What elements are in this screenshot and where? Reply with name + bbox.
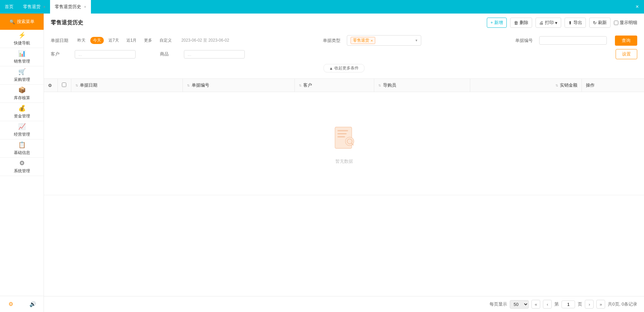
- date-option-yesterday[interactable]: 昨天: [75, 37, 88, 44]
- th-amount-label: 实销金额: [560, 83, 577, 88]
- page-title: 零售退货历史: [51, 19, 83, 26]
- tab-retail-return-history[interactable]: 零售退货历史 ×: [50, 0, 91, 14]
- operation-mgmt-icon: 📈: [18, 123, 26, 130]
- th-amount[interactable]: ⇅ 实销金额: [470, 79, 582, 92]
- date-option-1month[interactable]: 近1月: [124, 37, 140, 44]
- sidebar-bottom: ⚙ 🔊: [0, 296, 44, 312]
- collapse-button[interactable]: ▲ 收起更多条件: [324, 64, 365, 72]
- th-date-label: 单据日期: [80, 83, 97, 88]
- sidebar-search[interactable]: 🔍 搜索菜单: [0, 14, 44, 30]
- sidebar-item-fund-mgmt-label: 资金管理: [14, 113, 30, 119]
- th-no[interactable]: ⇅ 单据编号: [183, 79, 295, 92]
- tab-retail-return-history-close[interactable]: ×: [84, 5, 86, 9]
- refresh-button[interactable]: ↻ 刷新: [589, 18, 611, 28]
- sidebar: 🔍 搜索菜单 ⚡ 快捷导航 📊 销售管理 🛒 采购管理 📦 库存核算 💰 资金管…: [0, 14, 44, 312]
- sidebar-item-system-mgmt[interactable]: ⚙ 系统管理: [0, 158, 44, 176]
- page-number-input[interactable]: [562, 300, 575, 308]
- voucher-no-label: 单据编号: [515, 38, 534, 44]
- settings-icon: ⚙: [48, 83, 52, 88]
- basic-info-icon: 📋: [18, 141, 26, 149]
- date-option-7days[interactable]: 近7天: [106, 37, 122, 44]
- refresh-button-label: 刷新: [598, 20, 607, 26]
- date-options: 昨天 今天 近7天 近1月 更多 自定义: [75, 37, 174, 44]
- new-button-label: + 新增: [491, 20, 503, 26]
- voucher-type-select[interactable]: 零售退货 × ▾: [347, 35, 421, 46]
- settings-button[interactable]: 设置: [616, 49, 637, 59]
- next-page-button[interactable]: ›: [585, 300, 594, 309]
- date-option-custom[interactable]: 自定义: [157, 37, 174, 44]
- tab-home[interactable]: 首页: [0, 0, 18, 14]
- th-date[interactable]: ⇅ 单据日期: [71, 79, 183, 92]
- print-button[interactable]: 🖨 打印 ▾: [535, 18, 561, 28]
- goods-dots: ...: [188, 52, 191, 57]
- export-button[interactable]: ⬆ 导出: [565, 18, 586, 28]
- show-detail-checkbox[interactable]: 显示明细: [614, 20, 637, 26]
- empty-state: 暂无数据: [48, 95, 640, 192]
- page-label-after: 页: [578, 301, 582, 307]
- goods-select[interactable]: ...: [184, 50, 245, 59]
- query-button-label: 查询: [622, 38, 630, 43]
- th-no-label: 单据编号: [192, 83, 209, 88]
- export-button-label: 导出: [573, 20, 582, 26]
- delete-icon: 🗑: [514, 20, 518, 25]
- date-option-today[interactable]: 今天: [90, 37, 104, 44]
- page-header: 零售退货历史 + 新增 🗑 删除 🖨 打印 ▾ ⬆: [44, 14, 644, 79]
- th-guide[interactable]: ⇅ 导购员: [374, 79, 470, 92]
- sidebar-item-inventory-calc[interactable]: 📦 库存核算: [0, 85, 44, 103]
- fund-mgmt-icon: 💰: [18, 105, 26, 112]
- sidebar-item-basic-info-label: 基础信息: [14, 150, 30, 156]
- select-all-checkbox[interactable]: [62, 83, 66, 87]
- sidebar-item-operation-mgmt[interactable]: 📈 经营管理: [0, 121, 44, 139]
- date-option-more[interactable]: 更多: [141, 37, 155, 44]
- per-page-select[interactable]: 10 20 50 100: [510, 300, 529, 309]
- sidebar-item-purchase-mgmt[interactable]: 🛒 采购管理: [0, 66, 44, 85]
- system-mgmt-icon: ⚙: [19, 159, 25, 167]
- sidebar-item-system-mgmt-label: 系统管理: [14, 168, 30, 174]
- sidebar-item-fund-mgmt[interactable]: 💰 资金管理: [0, 103, 44, 121]
- empty-text: 暂无数据: [335, 158, 353, 164]
- th-checkbox[interactable]: [57, 79, 71, 92]
- main-layout: 🔍 搜索菜单 ⚡ 快捷导航 📊 销售管理 🛒 采购管理 📦 库存核算 💰 资金管…: [0, 14, 644, 312]
- sidebar-item-purchase-mgmt-label: 采购管理: [14, 77, 30, 83]
- delete-button[interactable]: 🗑 删除: [510, 18, 532, 28]
- prev-page-button[interactable]: ‹: [543, 300, 552, 309]
- empty-state-icon: [329, 122, 359, 153]
- first-page-icon: «: [535, 302, 537, 307]
- tab-retail-return[interactable]: 零售退货 ×: [18, 0, 50, 14]
- export-icon: ⬆: [568, 20, 572, 25]
- prev-page-icon: ‹: [547, 302, 548, 307]
- date-filter-label: 单据日期: [51, 38, 69, 44]
- sidebar-item-quick-nav-label: 快捷导航: [14, 40, 30, 46]
- page-label-before: 第: [554, 301, 559, 307]
- voucher-type-arrow-icon: ▾: [415, 38, 418, 43]
- page-title-row: 零售退货历史 + 新增 🗑 删除 🖨 打印 ▾ ⬆: [51, 18, 637, 28]
- th-customer[interactable]: ⇅ 客户: [294, 79, 374, 92]
- table-header-row: ⚙ ⇅ 单据日期 ⇅ 单据编号: [44, 79, 644, 92]
- inventory-calc-icon: 📦: [18, 86, 26, 94]
- toolbar: + 新增 🗑 删除 🖨 打印 ▾ ⬆ 导出: [487, 18, 637, 28]
- new-button[interactable]: + 新增: [487, 18, 507, 28]
- last-page-button[interactable]: »: [596, 300, 605, 309]
- voucher-no-input[interactable]: [539, 36, 607, 45]
- th-settings[interactable]: ⚙: [44, 79, 57, 92]
- window-close-button[interactable]: ×: [630, 0, 644, 14]
- refresh-icon: ↻: [593, 20, 597, 25]
- table-head: ⚙ ⇅ 单据日期 ⇅ 单据编号: [44, 79, 644, 92]
- sidebar-item-basic-info[interactable]: 📋 基础信息: [0, 139, 44, 158]
- sidebar-item-quick-nav[interactable]: ⚡ 快捷导航: [0, 30, 44, 48]
- show-detail-input[interactable]: [614, 21, 618, 25]
- tab-retail-return-close[interactable]: ×: [43, 5, 45, 9]
- tab-retail-return-label: 零售退货: [23, 4, 41, 10]
- first-page-button[interactable]: «: [531, 300, 540, 309]
- empty-state-row: 暂无数据: [44, 92, 644, 195]
- print-icon: 🖨: [539, 20, 544, 25]
- sort-arrows-guide: ⇅: [378, 84, 381, 87]
- sidebar-search-label: 搜索菜单: [17, 19, 34, 25]
- voucher-type-tag-close[interactable]: ×: [371, 39, 373, 43]
- sidebar-item-sales-mgmt[interactable]: 📊 销售管理: [0, 48, 44, 66]
- query-button[interactable]: 查询: [615, 36, 637, 46]
- customer-select[interactable]: ...: [75, 50, 136, 59]
- sidebar-settings-icon[interactable]: ⚙: [4, 297, 18, 311]
- sidebar-volume-icon[interactable]: 🔊: [26, 297, 40, 311]
- sort-arrows-no: ⇅: [187, 84, 190, 87]
